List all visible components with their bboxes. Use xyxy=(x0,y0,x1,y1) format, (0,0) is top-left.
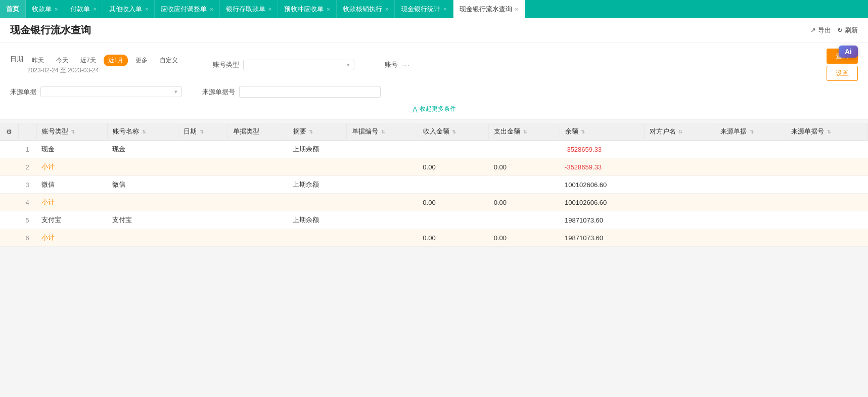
cell-counterpart-0 xyxy=(644,141,715,158)
cell-expense-1: 0.00 xyxy=(489,158,560,176)
nav-item-advance-receipt[interactable]: 预收冲应收单 × xyxy=(278,0,336,18)
cell-date-4 xyxy=(178,211,228,229)
nav-item-flow-query[interactable]: 现金银行流水查询 × xyxy=(453,0,525,18)
close-icon-stats[interactable]: × xyxy=(443,6,446,12)
cell-date-3 xyxy=(178,194,228,211)
th-balance-label: 余额 xyxy=(565,127,578,135)
date-btn-custom[interactable]: 自定义 xyxy=(155,55,182,66)
sort-icon-account-name: ⇅ xyxy=(142,129,146,135)
cell-summary-4: 上期余额 xyxy=(288,211,347,229)
th-counterpart[interactable]: 对方户名 ⇅ xyxy=(644,123,715,141)
th-doc-no[interactable]: 单据编号 ⇅ xyxy=(347,123,418,141)
date-range: 2023-02-24 至 2023-03-24 xyxy=(27,66,182,75)
nav-item-receipt[interactable]: 收款单 × xyxy=(26,0,64,18)
th-gear[interactable]: ⚙ xyxy=(0,123,18,141)
settings-button[interactable]: 设置 xyxy=(827,66,858,81)
nav-item-payment[interactable]: 付款单 × xyxy=(64,0,103,18)
th-source-doc[interactable]: 来源单据 ⇅ xyxy=(715,123,786,141)
cell-summary-5 xyxy=(288,229,347,247)
close-icon-bank-deposit[interactable]: × xyxy=(268,6,271,12)
refresh-button[interactable]: ↻ 刷新 xyxy=(837,26,858,35)
cell-idx-5: 6 xyxy=(18,229,36,247)
cell-counterpart-3 xyxy=(644,194,715,211)
th-account-type[interactable]: 账号类型 ⇅ xyxy=(36,123,107,141)
nav-label-advance-receipt: 预收冲应收单 xyxy=(284,5,324,14)
th-date[interactable]: 日期 ⇅ xyxy=(178,123,228,141)
cell-date-2 xyxy=(178,176,228,194)
source-doc-label: 来源单据 xyxy=(10,87,36,97)
sort-icon-date: ⇅ xyxy=(200,129,204,135)
nav-item-other-income[interactable]: 其他收入单 × xyxy=(103,0,155,18)
nav-item-home[interactable]: 首页 xyxy=(0,0,26,18)
cell-account-type-2: 微信 xyxy=(36,176,107,194)
account-dots[interactable]: ··· xyxy=(402,61,410,69)
nav-item-adjust[interactable]: 应收应付调整单 × xyxy=(155,0,219,18)
th-source-doc-no[interactable]: 来源单据号 ⇅ xyxy=(786,123,868,141)
cell-date-0 xyxy=(178,141,228,158)
th-source-doc-label: 来源单据 xyxy=(720,127,747,135)
cell-expense-3: 0.00 xyxy=(489,194,560,211)
refresh-icon: ↻ xyxy=(837,26,843,34)
nav-label-other-income: 其他收入单 xyxy=(109,5,142,14)
close-icon-receipt[interactable]: × xyxy=(55,6,58,12)
date-btn-today[interactable]: 今天 xyxy=(52,55,73,66)
cell-expense-0 xyxy=(489,141,560,158)
date-btn-more[interactable]: 更多 xyxy=(131,55,152,66)
source-doc-select[interactable]: ▾ xyxy=(40,86,182,97)
collapse-bar[interactable]: ⋀ 收起更多条件 xyxy=(10,103,858,115)
ai-badge[interactable]: Ai xyxy=(839,46,858,58)
th-income[interactable]: 收入金额 ⇅ xyxy=(418,123,488,141)
source-doc-no-input[interactable] xyxy=(239,86,381,98)
cell-summary-0: 上期余额 xyxy=(288,141,347,158)
close-icon-other-income[interactable]: × xyxy=(145,6,148,12)
nav-item-bank-deposit[interactable]: 银行存取款单 × xyxy=(220,0,278,18)
th-expense[interactable]: 支出金额 ⇅ xyxy=(489,123,560,141)
th-account-name[interactable]: 账号名称 ⇅ xyxy=(107,123,178,141)
cell-doc-type-1 xyxy=(228,158,288,176)
cell-balance-2: 100102606.60 xyxy=(560,176,644,194)
th-counterpart-label: 对方户名 xyxy=(650,127,676,135)
date-btn-7days[interactable]: 近7天 xyxy=(76,55,101,66)
cell-source-doc-0 xyxy=(715,141,786,158)
cell-source-doc-no-4 xyxy=(786,211,868,229)
cell-income-4 xyxy=(418,211,488,229)
cell-source-doc-no-3 xyxy=(786,194,868,211)
th-balance[interactable]: 余额 ⇅ xyxy=(560,123,644,141)
cell-gear-4 xyxy=(0,211,18,229)
sort-icon-summary: ⇅ xyxy=(309,129,313,135)
cell-source-doc-2 xyxy=(715,176,786,194)
cell-balance-0: -3528659.33 xyxy=(560,141,644,158)
table-row: 4 小计 0.00 0.00 100102606.60 xyxy=(0,194,868,211)
cell-doc-type-0 xyxy=(228,141,288,158)
table-row: 6 小计 0.00 0.00 19871073.60 xyxy=(0,229,868,247)
cell-income-5: 0.00 xyxy=(418,229,488,247)
cell-gear-1 xyxy=(0,158,18,176)
cell-source-doc-no-0 xyxy=(786,141,868,158)
date-btn-1month[interactable]: 近1月 xyxy=(104,55,128,66)
close-icon-payment[interactable]: × xyxy=(93,6,96,12)
cell-doc-no-4 xyxy=(347,211,418,229)
refresh-label: 刷新 xyxy=(845,26,858,35)
date-label: 日期 xyxy=(10,55,23,64)
th-summary[interactable]: 摘要 ⇅ xyxy=(288,123,347,141)
cell-doc-no-5 xyxy=(347,229,418,247)
th-source-doc-no-label: 来源单据号 xyxy=(791,127,824,135)
th-expense-label: 支出金额 xyxy=(494,127,520,135)
filter-row-2: 来源单据 ▾ 来源单据号 xyxy=(10,86,858,98)
export-button[interactable]: ↗ 导出 xyxy=(810,26,831,35)
close-icon-flow-query[interactable]: × xyxy=(515,6,518,12)
cell-account-name-5 xyxy=(107,229,178,247)
cell-doc-no-3 xyxy=(347,194,418,211)
nav-item-writeoff[interactable]: 收款核销执行 × xyxy=(337,0,395,18)
cell-balance-4: 19871073.60 xyxy=(560,211,644,229)
th-doc-type: 单据类型 xyxy=(228,123,288,141)
date-shortcuts-container: 昨天 今天 近7天 近1月 更多 自定义 2023-02-24 至 2023-0… xyxy=(27,55,182,75)
export-icon: ↗ xyxy=(810,26,816,34)
cell-doc-no-2 xyxy=(347,176,418,194)
close-icon-advance-receipt[interactable]: × xyxy=(327,6,330,12)
close-icon-adjust[interactable]: × xyxy=(210,6,213,12)
close-icon-writeoff[interactable]: × xyxy=(385,6,388,12)
nav-item-stats[interactable]: 现金银行统计 × xyxy=(395,0,453,18)
account-type-select[interactable]: ▾ xyxy=(243,60,354,70)
date-btn-yesterday[interactable]: 昨天 xyxy=(27,55,49,66)
